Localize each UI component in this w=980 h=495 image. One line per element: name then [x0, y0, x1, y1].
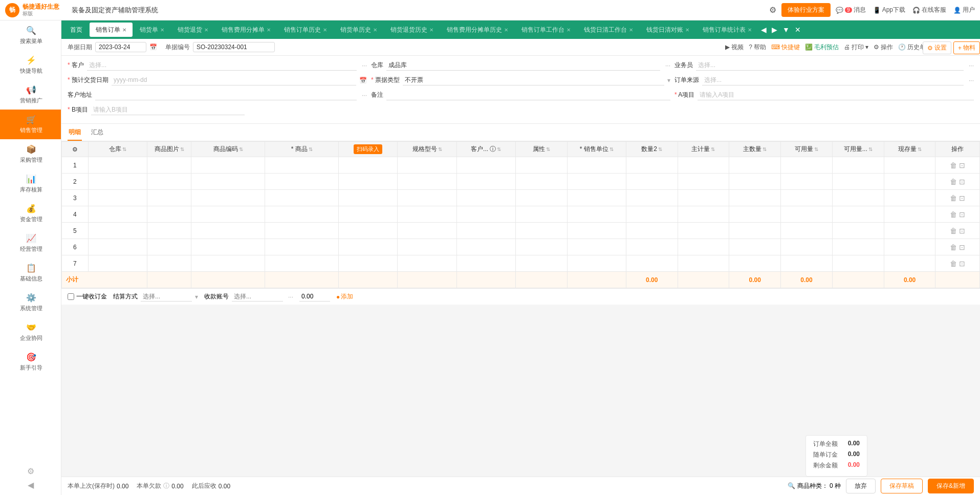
row-6-delete-btn[interactable]: 🗑	[950, 243, 957, 251]
row-4-customer-code[interactable]	[456, 206, 515, 223]
row-2-avail2[interactable]	[832, 174, 884, 190]
message-icon[interactable]: 💬 9 消息	[836, 6, 866, 14]
industry-btn[interactable]: 体验行业方案	[781, 3, 831, 17]
sidebar-collapse-icon[interactable]: ◀	[28, 480, 34, 490]
sidebar-item-sales[interactable]: 🛒 销售管理	[0, 110, 61, 139]
row-5-product[interactable]	[265, 223, 339, 239]
row-3-delete-btn[interactable]: 🗑	[950, 194, 957, 202]
account-input[interactable]	[232, 292, 283, 302]
tab-sales-return-history[interactable]: 销货退货历史 ✕	[384, 23, 440, 37]
user-avatar[interactable]: 👤 用户	[953, 6, 975, 14]
row-7-stock[interactable]	[884, 255, 935, 272]
sidebar-item-guide[interactable]: 🎯 新手引导	[0, 347, 61, 377]
tab-sales-expense[interactable]: 销售费用分摊单 ✕	[215, 23, 277, 37]
tab-close-sales-return-history[interactable]: ✕	[429, 27, 433, 33]
row-3-copy-btn[interactable]: ⊡	[959, 194, 965, 202]
th-product[interactable]: * 商品⇅	[265, 142, 339, 157]
row-2-unit[interactable]	[567, 174, 626, 190]
tab-close-sales-order-history[interactable]: ✕	[323, 27, 327, 33]
row-5-code[interactable]	[191, 223, 265, 239]
th-main-unit[interactable]: 主计量⇅	[678, 142, 729, 157]
sidebar-item-operations[interactable]: 📈 经营管理	[0, 228, 61, 258]
th-attr[interactable]: 属性⇅	[515, 142, 567, 157]
tab-close-sales-expense[interactable]: ✕	[267, 27, 271, 33]
row-7-product[interactable]	[265, 255, 339, 272]
invoice-dropdown-icon[interactable]: ▾	[667, 77, 670, 84]
row-7-delete-btn[interactable]: 🗑	[950, 260, 957, 268]
row-4-attr[interactable]	[515, 206, 567, 223]
row-3-avail[interactable]	[781, 190, 833, 206]
row-1-delete-btn[interactable]: 🗑	[950, 161, 957, 169]
row-2-warehouse[interactable]	[88, 174, 147, 190]
shortcut-action[interactable]: ⌨ 快捷键	[771, 43, 800, 52]
sidebar-item-inventory[interactable]: 📊 库存核算	[0, 169, 61, 199]
online-service[interactable]: 🎧 在线客服	[912, 6, 946, 14]
view-action[interactable]: ▶ 视频	[725, 43, 744, 52]
row-4-main-unit[interactable]	[678, 206, 729, 223]
row-6-copy-btn[interactable]: ⊡	[959, 243, 965, 251]
row-1-product[interactable]	[265, 157, 339, 174]
salesperson-input[interactable]	[696, 60, 964, 71]
row-5-main-unit[interactable]	[678, 223, 729, 239]
tab-close-sales-expense-history[interactable]: ✕	[504, 27, 508, 33]
row-6-main-qty[interactable]	[729, 239, 781, 255]
tab-close-daily-workbench[interactable]: ✕	[629, 27, 633, 33]
th-avail[interactable]: 可用量⇅	[781, 142, 833, 157]
row-5-avail[interactable]	[781, 223, 833, 239]
customer-input[interactable]	[87, 60, 357, 71]
profit-action[interactable]: 💹 毛利预估	[805, 43, 839, 52]
account-dots[interactable]: ···	[288, 293, 293, 300]
row-3-attr[interactable]	[515, 190, 567, 206]
row-3-product[interactable]	[265, 190, 339, 206]
tab-sales-invoice[interactable]: 销货单 ✕	[134, 23, 170, 37]
save-draft-button[interactable]: 保存草稿	[881, 479, 923, 493]
row-4-avail[interactable]	[781, 206, 833, 223]
th-warehouse[interactable]: 仓库⇅	[88, 142, 147, 157]
row-3-code[interactable]	[191, 190, 265, 206]
row-3-stock[interactable]	[884, 190, 935, 206]
sidebar-item-basic-info[interactable]: 📋 基础信息	[0, 258, 61, 288]
row-1-main-unit[interactable]	[678, 157, 729, 174]
th-code[interactable]: 商品编码⇅	[191, 142, 265, 157]
row-1-avail2[interactable]	[832, 157, 884, 174]
row-2-product[interactable]	[265, 174, 339, 190]
row-7-unit[interactable]	[567, 255, 626, 272]
row-5-delete-btn[interactable]: 🗑	[950, 227, 957, 235]
row-4-qty2[interactable]	[626, 206, 678, 223]
row-2-attr[interactable]	[515, 174, 567, 190]
row-4-avail2[interactable]	[832, 206, 884, 223]
row-6-qty2[interactable]	[626, 239, 678, 255]
sidebar-item-marketing[interactable]: 📢 营销推广	[0, 80, 61, 110]
th-qty2[interactable]: 数量2⇅	[626, 142, 678, 157]
th-main-qty[interactable]: 主数量⇅	[729, 142, 781, 157]
tab-close-sales-return[interactable]: ✕	[204, 27, 208, 33]
sidebar-item-system[interactable]: ⚙️ 系统管理	[0, 288, 61, 317]
tab-sales-invoice-history[interactable]: 销货单历史 ✕	[334, 23, 383, 37]
row-7-qty2[interactable]	[626, 255, 678, 272]
row-7-warehouse[interactable]	[88, 255, 147, 272]
delivery-date-input[interactable]	[112, 75, 356, 85]
row-5-avail2[interactable]	[832, 223, 884, 239]
delivery-calendar-icon[interactable]: 📅	[359, 77, 367, 84]
row-3-main-qty[interactable]	[729, 190, 781, 206]
add-item-button[interactable]: + 物料	[953, 41, 980, 54]
row-7-main-qty[interactable]	[729, 255, 781, 272]
row-1-unit[interactable]	[567, 157, 626, 174]
setting-button[interactable]: ⚙ 设置	[923, 41, 951, 54]
row-3-avail2[interactable]	[832, 190, 884, 206]
tab-detail[interactable]: 明细	[68, 126, 82, 141]
row-1-main-qty[interactable]	[729, 157, 781, 174]
tab-close-sales-invoice[interactable]: ✕	[160, 27, 164, 33]
one-click-check[interactable]	[68, 293, 74, 300]
row-6-avail2[interactable]	[832, 239, 884, 255]
row-3-main-unit[interactable]	[678, 190, 729, 206]
row-6-avail[interactable]	[781, 239, 833, 255]
row-1-attr[interactable]	[515, 157, 567, 174]
sidebar-item-finance[interactable]: 💰 资金管理	[0, 199, 61, 228]
row-2-copy-btn[interactable]: ⊡	[959, 178, 965, 186]
tab-sales-workbench[interactable]: 销售订单工作台 ✕	[515, 23, 577, 37]
sidebar-item-search[interactable]: 🔍 搜索菜单	[0, 20, 61, 50]
tab-nav-left[interactable]: ◀	[759, 26, 769, 34]
row-2-stock[interactable]	[884, 174, 935, 190]
row-6-code[interactable]	[191, 239, 265, 255]
